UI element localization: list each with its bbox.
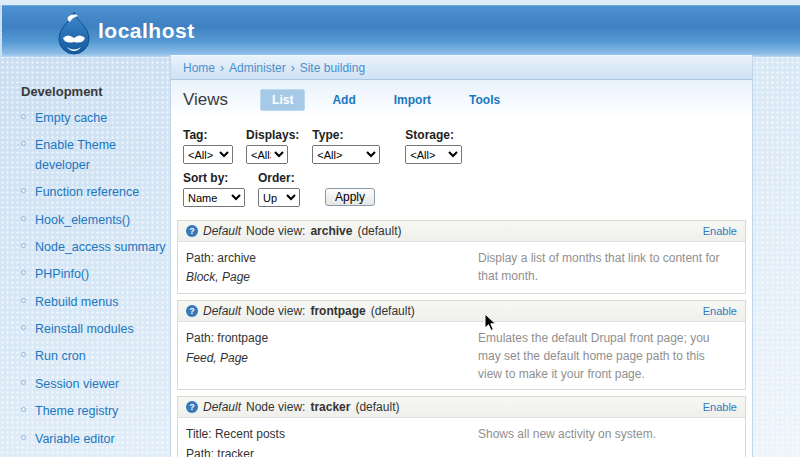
help-icon[interactable]: ? (186, 305, 198, 317)
filter-sort: Sort by: Name (183, 171, 245, 207)
view-kind: Node view: (246, 224, 305, 238)
breadcrumb-link-site-building[interactable]: Site building (300, 61, 365, 75)
sidebar-item-reinstall-modules[interactable]: Reinstall modules (21, 320, 171, 339)
sidebar-item-phpinfo[interactable]: PHPinfo() (21, 265, 171, 284)
enable-link[interactable]: Enable (703, 401, 737, 413)
breadcrumb-separator: › (291, 61, 295, 75)
view-qualifier: (default) (355, 400, 399, 414)
view-displays: Block, Page (186, 268, 478, 287)
sort-by-select[interactable]: Name (183, 188, 245, 207)
sidebar-link[interactable]: Variable editor (35, 430, 115, 449)
displays-select[interactable]: <All> (246, 145, 288, 164)
filter-type: Type: <All> (312, 128, 380, 164)
help-icon[interactable]: ? (186, 401, 198, 413)
view-path: Path: tracker (186, 445, 478, 457)
order-label: Order: (258, 171, 300, 185)
page-title: Views (183, 90, 228, 110)
sidebar-item-run-cron[interactable]: Run cron (21, 347, 171, 366)
help-icon[interactable]: ? (186, 225, 198, 237)
sidebar-link[interactable]: Session viewer (35, 375, 119, 394)
circle-bullet-icon (21, 114, 26, 119)
sidebar-item-node-access-summary[interactable]: Node_access summary (21, 238, 171, 257)
sidebar-section-development: Development (21, 84, 171, 99)
view-description: Emulates the default Drupal front page; … (478, 329, 737, 383)
view-header: ? Default Node view: archive (default) E… (178, 221, 745, 242)
filter-displays: Displays: <All> (246, 128, 299, 164)
site-header: localhost (2, 5, 800, 57)
site-title[interactable]: localhost (98, 19, 195, 43)
sidebar-item-variable-editor[interactable]: Variable editor (21, 430, 171, 449)
view-header: ? Default Node view: tracker (default) E… (178, 397, 745, 418)
views-filter-form: Tag: <All> Displays: <All> Type: <All> S… (171, 118, 752, 216)
breadcrumb-link-home[interactable]: Home (183, 61, 215, 75)
sidebar-item-theme-registry[interactable]: Theme registry (21, 402, 171, 421)
view-body: Path: archive Block, Page Display a list… (178, 242, 745, 293)
enable-link[interactable]: Enable (703, 305, 737, 317)
sidebar-item-function-reference[interactable]: Function reference (21, 183, 171, 202)
sidebar-link[interactable]: Hook_elements() (35, 211, 130, 230)
development-menu: Empty cache Enable Theme developer Funct… (21, 109, 171, 449)
view-path: Path: frontpage (186, 329, 478, 348)
view-body: Title: Recent posts Path: tracker Page S… (178, 418, 745, 457)
page-header-tabs: Views List Add Import Tools (171, 80, 752, 118)
sidebar-link[interactable]: Enable Theme developer (35, 136, 171, 175)
circle-bullet-icon (21, 435, 26, 440)
sidebar-item-session-viewer[interactable]: Session viewer (21, 375, 171, 394)
tab-tools[interactable]: Tools (458, 90, 511, 110)
filter-order: Order: Up (258, 171, 300, 207)
displays-label: Displays: (246, 128, 299, 142)
tag-label: Tag: (183, 128, 233, 142)
sidebar-link[interactable]: Function reference (35, 183, 139, 202)
type-label: Type: (312, 128, 380, 142)
view-kind: Node view: (246, 400, 305, 414)
order-select[interactable]: Up (258, 188, 300, 207)
sidebar-item-hook-elements[interactable]: Hook_elements() (21, 211, 171, 230)
sidebar-link[interactable]: Theme registry (35, 402, 118, 421)
filter-row-1: Tag: <All> Displays: <All> Type: <All> S… (183, 128, 740, 164)
view-details: Title: Recent posts Path: tracker Page (186, 425, 478, 457)
type-select[interactable]: <All> (312, 145, 380, 164)
sidebar-link[interactable]: Reinstall modules (35, 320, 134, 339)
filter-tag: Tag: <All> (183, 128, 233, 164)
sidebar-item-enable-theme-developer[interactable]: Enable Theme developer (21, 136, 171, 175)
view-description: Display a list of months that link to co… (478, 249, 737, 287)
sidebar-link[interactable]: Empty cache (35, 109, 107, 128)
view-header: ? Default Node view: frontpage (default)… (178, 301, 745, 322)
circle-bullet-icon (21, 325, 26, 330)
main-content-panel: Home›Administer›Site building Views List… (170, 55, 753, 457)
sidebar-item-empty-cache[interactable]: Empty cache (21, 109, 171, 128)
view-name: tracker (310, 400, 350, 414)
view-body: Path: frontpage Feed, Page Emulates the … (178, 322, 745, 389)
circle-bullet-icon (21, 188, 26, 193)
drupal-logo-icon[interactable] (54, 11, 94, 55)
view-type-badge: Default (203, 304, 241, 318)
view-row-tracker: ? Default Node view: tracker (default) E… (177, 396, 746, 457)
circle-bullet-icon (21, 141, 26, 146)
circle-bullet-icon (21, 380, 26, 385)
view-qualifier: (default) (357, 224, 401, 238)
sidebar-link[interactable]: Node_access summary (35, 238, 166, 257)
circle-bullet-icon (21, 407, 26, 412)
sidebar-link[interactable]: Run cron (35, 347, 86, 366)
filter-row-2: Sort by: Name Order: Up Apply (183, 171, 740, 207)
sort-by-label: Sort by: (183, 171, 245, 185)
view-name: frontpage (310, 304, 365, 318)
breadcrumb-link-administer[interactable]: Administer (229, 61, 286, 75)
view-row-frontpage: ? Default Node view: frontpage (default)… (177, 300, 746, 390)
storage-select[interactable]: <All> (405, 145, 462, 164)
view-type-badge: Default (203, 400, 241, 414)
circle-bullet-icon (21, 298, 26, 303)
sidebar: Development Empty cache Enable Theme dev… (21, 80, 171, 457)
enable-link[interactable]: Enable (703, 225, 737, 237)
sidebar-link[interactable]: Rebuild menus (35, 293, 118, 312)
apply-button[interactable]: Apply (325, 188, 375, 206)
sidebar-link[interactable]: PHPinfo() (35, 265, 89, 284)
tab-list[interactable]: List (260, 89, 305, 111)
circle-bullet-icon (21, 243, 26, 248)
tab-import[interactable]: Import (383, 90, 442, 110)
sidebar-item-rebuild-menus[interactable]: Rebuild menus (21, 293, 171, 312)
tab-add[interactable]: Add (321, 90, 366, 110)
view-type-badge: Default (203, 224, 241, 238)
tag-select[interactable]: <All> (183, 145, 233, 164)
breadcrumb-separator: › (220, 61, 224, 75)
